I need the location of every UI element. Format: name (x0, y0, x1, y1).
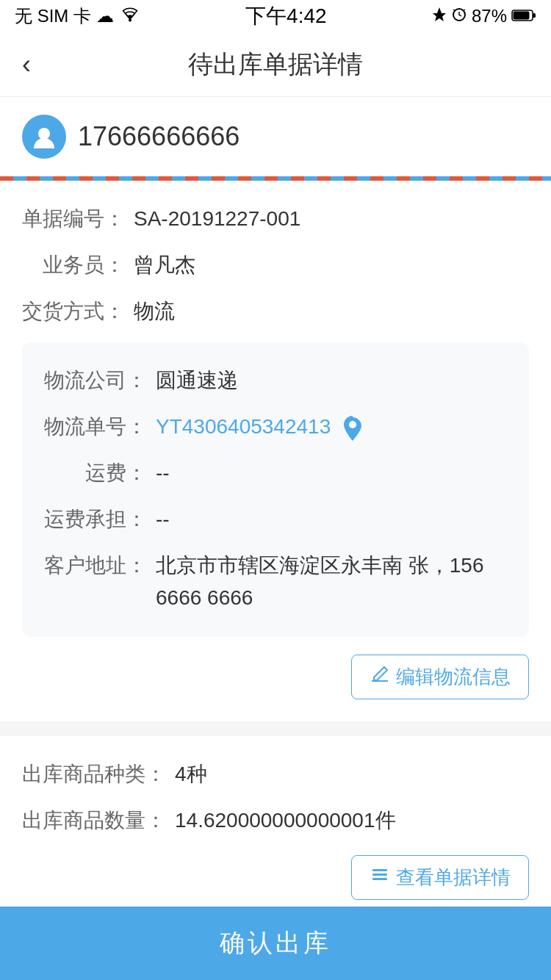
svg-rect-3 (533, 13, 536, 18)
nav-title: 待出库单据详情 (188, 48, 363, 82)
battery-percent-text: 87% (472, 6, 507, 26)
list-icon (370, 865, 390, 890)
alarm-icon (451, 6, 467, 26)
delivery-value: 物流 (134, 295, 529, 328)
freight-value: -- (156, 457, 507, 490)
status-bar-left: 无 SIM 卡 ☁ (15, 4, 140, 28)
svg-point-5 (38, 128, 50, 140)
address-label: 客户地址： (44, 550, 147, 583)
view-details-button[interactable]: 查看单据详情 (351, 855, 529, 900)
status-bar-right: 87% (432, 6, 536, 26)
edit-btn-row: 编辑物流信息 (22, 655, 529, 699)
svg-point-0 (129, 19, 132, 22)
logistics-tracking-label: 物流单号： (44, 411, 147, 444)
goods-type-row: 出库商品种类： 4种 (22, 758, 529, 791)
order-no-label: 单据编号： (22, 203, 125, 236)
svg-point-6 (349, 421, 356, 428)
logistics-tracking-row: 物流单号： YT4306405342413 (44, 411, 507, 444)
confirm-button-label: 确认出库 (220, 926, 331, 960)
goods-type-value: 4种 (175, 758, 529, 791)
svg-rect-10 (372, 878, 387, 880)
svg-rect-9 (372, 873, 387, 876)
svg-rect-7 (372, 680, 388, 682)
freight-row: 运费： -- (44, 457, 507, 490)
order-no-value: SA-20191227-001 (134, 203, 529, 236)
logistics-company-value: 圆通速递 (156, 364, 507, 397)
edit-logistics-label: 编辑物流信息 (396, 664, 511, 690)
goods-quantity-row: 出库商品数量： 14.620000000000001件 (22, 804, 529, 837)
wifi-icon (120, 6, 140, 26)
freight-bear-row: 运费承担： -- (44, 503, 507, 536)
freight-label: 运费： (44, 457, 147, 490)
status-bar: 无 SIM 卡 ☁ 下午4:42 87% (0, 0, 551, 32)
view-details-label: 查看单据详情 (396, 865, 511, 890)
basic-info-section: 单据编号： SA-20191227-001 业务员： 曾凡杰 交货方式： 物流 … (0, 181, 551, 721)
delivery-row: 交货方式： 物流 (22, 295, 529, 328)
freight-bear-value: -- (156, 503, 507, 536)
order-no-row: 单据编号： SA-20191227-001 (22, 203, 529, 236)
agent-label: 业务员： (22, 249, 125, 282)
address-row: 客户地址： 北京市市辖区海淀区永丰南 张，156 6666 6666 (44, 550, 507, 616)
user-phone: 17666666666 (78, 121, 240, 152)
map-pin-icon[interactable] (339, 414, 366, 441)
view-btn-row: 查看单据详情 (22, 855, 529, 900)
battery-icon (511, 6, 536, 26)
freight-bear-label: 运费承担： (44, 503, 147, 536)
delivery-label: 交货方式： (22, 295, 125, 328)
logistics-company-label: 物流公司： (44, 364, 147, 397)
goods-quantity-value: 14.620000000000001件 (175, 804, 529, 837)
agent-row: 业务员： 曾凡杰 (22, 249, 529, 282)
svg-rect-4 (514, 12, 530, 20)
edit-logistics-button[interactable]: 编辑物流信息 (351, 655, 529, 699)
goods-type-label: 出库商品种类： (22, 758, 166, 791)
edit-icon (370, 664, 390, 690)
status-bar-time: 下午4:42 (245, 2, 327, 30)
user-header: 17666666666 (0, 97, 551, 176)
nav-bar: ‹ 待出库单据详情 (0, 32, 551, 97)
confirm-button[interactable]: 确认出库 (0, 907, 551, 980)
agent-value: 曾凡杰 (134, 249, 529, 282)
avatar (22, 115, 66, 159)
location-status-icon (432, 6, 447, 26)
logistics-card: 物流公司： 圆通速递 物流单号： YT4306405342413 运费： -- … (22, 342, 529, 637)
address-value: 北京市市辖区海淀区永丰南 张，156 6666 6666 (156, 550, 507, 616)
logistics-company-row: 物流公司： 圆通速递 (44, 364, 507, 397)
logistics-tracking-value: YT4306405342413 (156, 411, 507, 444)
back-button[interactable]: ‹ (22, 49, 31, 80)
goods-section: 出库商品种类： 4种 出库商品数量： 14.620000000000001件 查… (0, 736, 551, 922)
goods-quantity-label: 出库商品数量： (22, 804, 166, 837)
tracking-number: YT4306405342413 (156, 411, 331, 444)
no-sim-text: 无 SIM 卡 ☁ (15, 4, 114, 28)
svg-rect-8 (372, 869, 387, 871)
